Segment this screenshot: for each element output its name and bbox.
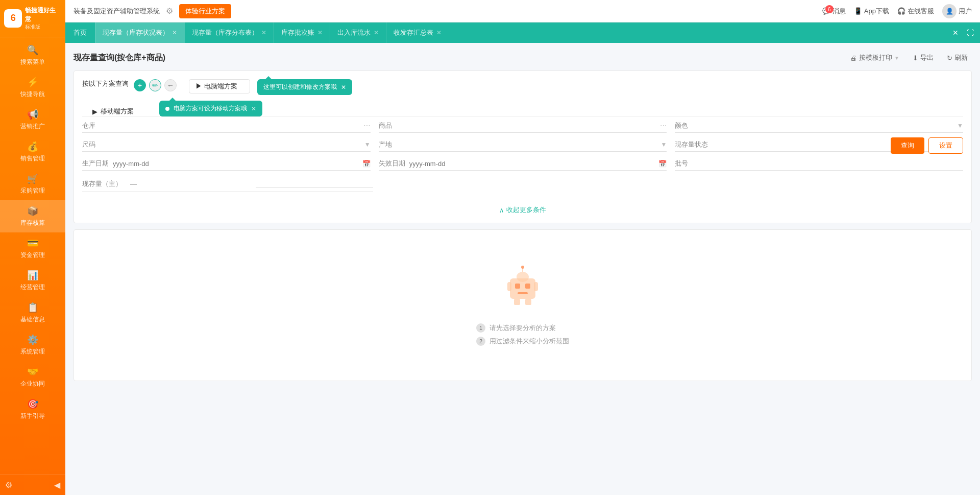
basic-icon: 📋 (27, 302, 38, 313)
search-panel: 按以下方案查询 + ✏ ← 电脑方案可设为移动方案哦 ✕ (74, 70, 972, 223)
production-date-field: 生产日期 📅 (82, 159, 371, 171)
system-icon: ⚙️ (27, 334, 38, 345)
expiry-date-calendar-icon[interactable]: 📅 (658, 160, 667, 168)
sidebar-item-basic[interactable]: 📋 基础信息 (0, 297, 65, 329)
stock-main-input[interactable] (256, 180, 373, 188)
tip-num-1: 1 (476, 323, 485, 333)
tab-close-3[interactable]: ✕ (317, 29, 323, 36)
sidebar-item-operations[interactable]: 📊 经营管理 (0, 265, 65, 297)
sub-item-row: └ 按照品 (177, 103, 963, 112)
app-download-label: App下载 (864, 7, 889, 16)
sidebar-item-purchase[interactable]: 🛒 采购管理 (0, 168, 65, 200)
goods-field: 商品 ··· (379, 121, 667, 133)
prev-scheme-btn[interactable]: ← (164, 79, 177, 91)
reset-button[interactable]: 设置 (928, 137, 963, 154)
collapse-btn[interactable]: ∧ 收起更多条件 (82, 205, 963, 215)
experience-btn[interactable]: 体验行业方案 (179, 4, 231, 18)
headset-icon: 🎧 (897, 7, 905, 15)
settings-icon[interactable]: ⚙ (5, 480, 12, 490)
batch-label: 批号 (675, 159, 688, 168)
create-tooltip-area: 这里可以创建和修改方案哦 ✕ (257, 79, 352, 95)
color-arrow-icon[interactable]: ▼ (957, 122, 963, 129)
goods-more-icon[interactable]: ··· (660, 121, 667, 130)
online-support-item[interactable]: 🎧 在线客服 (897, 7, 934, 16)
tooltip-close-1[interactable]: ✕ (251, 105, 256, 112)
export-btn[interactable]: ⬇ 导出 (909, 51, 938, 64)
collapse-sidebar-icon[interactable]: ◀ (54, 480, 60, 490)
create-tooltip-text: 这里可以创建和修改方案哦 (263, 83, 337, 91)
production-date-input[interactable] (113, 160, 358, 168)
sales-icon: 💰 (27, 141, 38, 152)
marketing-icon: 📢 (27, 109, 38, 120)
scheme-tooltip-box: 电脑方案可设为移动方案哦 ✕ (159, 101, 262, 116)
tab-inventory-status[interactable]: 现存量（库存状况表） ✕ (95, 22, 184, 43)
filter-row-2: 尺码 ▼ 产地 ▼ 现存量状态 ▼ (82, 140, 963, 152)
sidebar-item-inventory[interactable]: 📦 库存核算 (0, 200, 65, 232)
tab-close-5[interactable]: ✕ (436, 29, 442, 36)
origin-arrow-icon[interactable]: ▼ (660, 141, 667, 148)
search-icon: 🔍 (27, 44, 38, 56)
tab-fullscreen-icon[interactable]: ⛶ (965, 27, 976, 39)
desktop-scheme-label: ▶ (195, 82, 204, 90)
avatar: 👤 (942, 4, 957, 18)
sidebar-item-quick[interactable]: ⚡ 快捷导航 (0, 72, 65, 104)
action-buttons: 查询 设置 (891, 137, 963, 154)
stock-main-dash: — (126, 178, 252, 190)
settings-gear-icon[interactable]: ⚙ (166, 6, 173, 16)
sidebar-item-marketing[interactable]: 📢 营销推广 (0, 104, 65, 136)
tab-close-2[interactable]: ✕ (261, 29, 266, 36)
divider (82, 116, 963, 117)
edit-scheme-btn[interactable]: ✏ (149, 79, 161, 91)
production-date-label: 生产日期 (82, 159, 109, 168)
enterprise-icon: 🤝 (27, 366, 38, 378)
tab-batch-account[interactable]: 库存批次账 ✕ (274, 22, 330, 43)
scheme-query-label: 按以下方案查询 (82, 79, 129, 88)
print-template-btn[interactable]: 🖨 按模板打印 ▼ (846, 51, 903, 64)
sidebar-nav: 🔍 搜索菜单 ⚡ 快捷导航 📢 营销推广 💰 销售管理 🛒 采购管理 📦 库存核… (0, 37, 65, 475)
tab-flow[interactable]: 出入库流水 ✕ (330, 22, 386, 43)
refresh-btn[interactable]: ↻ 刷新 (943, 51, 972, 64)
page-title-bar: 现存量查询(按仓库+商品) 🖨 按模板打印 ▼ ⬇ 导出 ↻ 刷新 (74, 51, 972, 64)
phone-icon: 📱 (854, 7, 862, 15)
tooltip-close-2[interactable]: ✕ (341, 84, 346, 91)
tab-close-all-icon[interactable]: ✕ (950, 27, 961, 39)
inventory-icon: 📦 (27, 205, 38, 217)
sidebar-item-system[interactable]: ⚙️ 系统管理 (0, 329, 65, 361)
user-item[interactable]: 👤 用户 (942, 4, 972, 18)
expiry-date-field: 失效日期 📅 (379, 159, 667, 171)
sidebar-item-search[interactable]: 🔍 搜索菜单 (0, 39, 65, 72)
sidebar-item-guide[interactable]: 🎯 新手引导 (0, 393, 65, 426)
header-right: 💬 6 消息 📱 App下载 🎧 在线客服 👤 用户 (822, 4, 972, 18)
message-badge: 6 (825, 5, 834, 13)
tab-summary[interactable]: 收发存汇总表 ✕ (386, 22, 449, 43)
expiry-date-input[interactable] (409, 160, 655, 168)
sidebar-item-enterprise[interactable]: 🤝 企业协同 (0, 361, 65, 393)
add-scheme-btn[interactable]: + (134, 79, 146, 91)
collapse-up-icon: ∧ (499, 206, 504, 214)
svg-rect-2 (525, 284, 530, 289)
sidebar-item-sales[interactable]: 💰 销售管理 (0, 136, 65, 168)
color-label: 颜色 (675, 121, 688, 130)
svg-rect-3 (518, 292, 528, 294)
size-arrow-icon[interactable]: ▼ (364, 141, 371, 148)
query-button[interactable]: 查询 (891, 137, 924, 154)
color-field: 颜色 ▼ (675, 121, 963, 133)
tab-close-1[interactable]: ✕ (172, 29, 177, 36)
tab-close-4[interactable]: ✕ (374, 29, 379, 36)
batch-input[interactable] (692, 160, 963, 168)
tab-home[interactable]: 首页 (65, 22, 95, 43)
warehouse-more-icon[interactable]: ··· (363, 121, 370, 130)
size-field: 尺码 ▼ (82, 140, 371, 152)
search-bottom: 查询 设置 ∧ 收起更多条件 (82, 199, 963, 215)
sidebar-item-finance[interactable]: 💳 资金管理 (0, 232, 65, 265)
scheme-selector[interactable]: ▶ 电脑端方案 (189, 79, 250, 93)
svg-point-10 (521, 266, 524, 269)
production-date-calendar-icon[interactable]: 📅 (362, 160, 371, 168)
empty-illustration (497, 261, 548, 313)
tab-inventory-distribution[interactable]: 现存量（库存分布表） ✕ (184, 22, 274, 43)
mobile-scheme-item[interactable]: ▶ 移动端方案 (82, 105, 134, 118)
message-label: 消息 (832, 7, 846, 16)
message-item[interactable]: 💬 6 消息 (822, 7, 846, 16)
app-download-item[interactable]: 📱 App下载 (854, 7, 889, 16)
print-icon: 🖨 (850, 54, 857, 62)
